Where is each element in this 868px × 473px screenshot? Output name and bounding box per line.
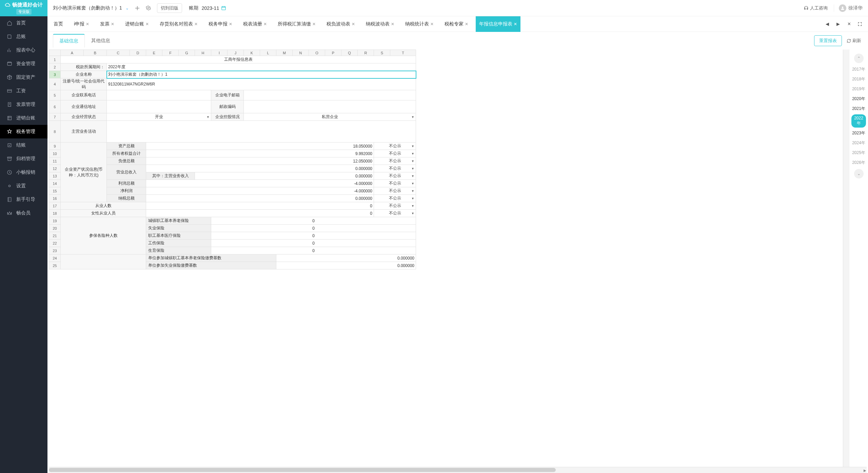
consult-button[interactable]: 人工咨询 [804, 5, 828, 11]
year-item[interactable]: 2025年 [849, 148, 868, 158]
publish-dropdown[interactable]: 不公示 [374, 143, 416, 150]
close-icon[interactable]: ✕ [86, 22, 89, 26]
row-header[interactable]: 12 [49, 165, 61, 172]
sidebar-item-ledger[interactable]: 进销台账 [0, 111, 47, 125]
col-header[interactable]: H [195, 50, 211, 56]
spreadsheet[interactable]: ABCDEFGHIJKLMNOPQRST1工商年报信息表2税款所属期间：2022… [47, 50, 843, 467]
scroll-right-icon[interactable]: ▶ [862, 467, 868, 473]
row-header[interactable]: 8 [49, 121, 61, 143]
tab-prev-button[interactable]: ◀ [823, 19, 832, 29]
sidebar-item-expense[interactable]: 小畅报销 [0, 166, 47, 179]
col-header[interactable]: E [146, 50, 162, 56]
tab-next-button[interactable]: ▶ [833, 19, 843, 29]
year-item[interactable]: 2020年 [849, 94, 868, 104]
sidebar-item-wallet[interactable]: 资金管理 [0, 57, 47, 71]
sidebar-item-vip[interactable]: 畅会员 [0, 206, 47, 220]
fullscreen-button[interactable] [855, 19, 865, 29]
close-icon[interactable]: ✕ [145, 22, 149, 26]
year-item[interactable]: 2026年 [849, 158, 868, 168]
fin-value[interactable]: 0.000000 [146, 165, 374, 172]
fin-value[interactable]: -4.000000 [146, 180, 374, 187]
tab[interactable]: 进销台账✕ [122, 16, 152, 32]
col-header[interactable]: M [276, 50, 293, 56]
year-down-button[interactable]: ⌄ [854, 169, 864, 178]
reset-report-button[interactable]: 重置报表 [814, 35, 842, 46]
year-item[interactable]: 2018年 [849, 74, 868, 84]
scroll-thumb[interactable] [49, 468, 556, 472]
year-item[interactable]: 2019年 [849, 84, 868, 94]
col-header[interactable]: J [228, 50, 244, 56]
year-item[interactable]: 2021年 [849, 104, 868, 114]
row-header[interactable]: 3 [49, 71, 61, 78]
publish-dropdown[interactable]: 不公示 [374, 202, 416, 210]
tab[interactable]: i申报✕ [71, 16, 93, 32]
sidebar-item-archive[interactable]: 归档管理 [0, 152, 47, 166]
col-header[interactable]: D [130, 50, 146, 56]
company-name-cell[interactable]: 刘小艳演示账套（勿删勿动！）1 [107, 71, 416, 78]
sidebar-item-home[interactable]: 首页 [0, 16, 47, 30]
address-cell[interactable] [107, 100, 211, 113]
publish-dropdown[interactable]: 不公示 [374, 172, 416, 180]
row-header[interactable]: 10 [49, 150, 61, 157]
publish-dropdown[interactable]: 不公示 [374, 187, 416, 195]
base-value[interactable]: 0.000000 [276, 254, 416, 262]
col-header[interactable]: L [260, 50, 276, 56]
tab[interactable]: 纳税波动表✕ [362, 16, 398, 32]
female-employees-cell[interactable]: 0 [146, 210, 374, 217]
close-icon[interactable]: ✕ [194, 22, 198, 26]
ins-value[interactable]: 0 [211, 225, 416, 232]
tab[interactable]: 税检专家✕ [441, 16, 472, 32]
tab[interactable]: 纳税统计表✕ [402, 16, 437, 32]
close-icon[interactable]: ✕ [229, 22, 232, 26]
tab-close-all-button[interactable]: ✕ [844, 19, 854, 29]
publish-dropdown[interactable]: 不公示 [374, 180, 416, 187]
row-header[interactable]: 7 [49, 113, 61, 121]
old-version-button[interactable]: 切到旧版 [157, 3, 182, 13]
row-header[interactable]: 17 [49, 202, 61, 210]
col-header[interactable]: Q [341, 50, 358, 56]
fin-value[interactable]: 0.000000 [146, 195, 374, 202]
col-header[interactable]: G [179, 50, 195, 56]
tab[interactable]: 首页 [50, 16, 66, 32]
row-header[interactable]: 20 [49, 225, 61, 232]
zip-cell[interactable] [244, 100, 416, 113]
sidebar-item-chart[interactable]: 报表中心 [0, 43, 47, 57]
close-icon[interactable]: ✕ [391, 22, 394, 26]
employees-cell[interactable]: 0 [146, 202, 374, 210]
col-header[interactable]: N [293, 50, 309, 56]
corner-cell[interactable] [49, 50, 61, 56]
fin-value[interactable]: 12.050000 [146, 157, 374, 165]
tab[interactable]: 税表清册✕ [240, 16, 270, 32]
publish-dropdown[interactable]: 不公示 [374, 157, 416, 165]
row-header[interactable]: 11 [49, 157, 61, 165]
row-header[interactable]: 19 [49, 217, 61, 225]
fin-value[interactable]: -4.000000 [146, 187, 374, 195]
row-header[interactable]: 5 [49, 90, 61, 100]
settings-button[interactable] [146, 5, 151, 11]
row-header[interactable]: 9 [49, 143, 61, 150]
horizontal-scrollbar[interactable]: ◀ ▶ [49, 467, 867, 473]
year-up-button[interactable]: ⌃ [854, 54, 864, 63]
ins-value[interactable]: 0 [211, 247, 416, 254]
row-header[interactable]: 14 [49, 180, 61, 187]
vertical-scrollbar[interactable] [843, 50, 849, 467]
row-header[interactable]: 6 [49, 100, 61, 113]
user-menu[interactable]: 徐泽华 [834, 4, 863, 12]
sidebar-item-guide[interactable]: 新手引导 [0, 193, 47, 206]
row-header[interactable]: 21 [49, 232, 61, 240]
ins-value[interactable]: 0 [211, 217, 416, 225]
close-icon[interactable]: ✕ [514, 22, 517, 26]
year-item[interactable]: 2024年 [849, 138, 868, 148]
col-header[interactable]: B [84, 50, 107, 56]
row-header[interactable]: 2 [49, 63, 61, 71]
col-header[interactable]: C [107, 50, 130, 56]
tab[interactable]: 发票✕ [97, 16, 118, 32]
publish-dropdown[interactable]: 不公示 [374, 150, 416, 157]
ins-value[interactable]: 0 [211, 232, 416, 240]
close-icon[interactable]: ✕ [430, 22, 434, 26]
add-button[interactable] [135, 6, 140, 11]
main-business-cell[interactable] [107, 121, 416, 143]
period-value[interactable]: 2023-11 [202, 5, 219, 11]
col-header[interactable]: F [162, 50, 179, 56]
close-icon[interactable]: ✕ [263, 22, 267, 26]
